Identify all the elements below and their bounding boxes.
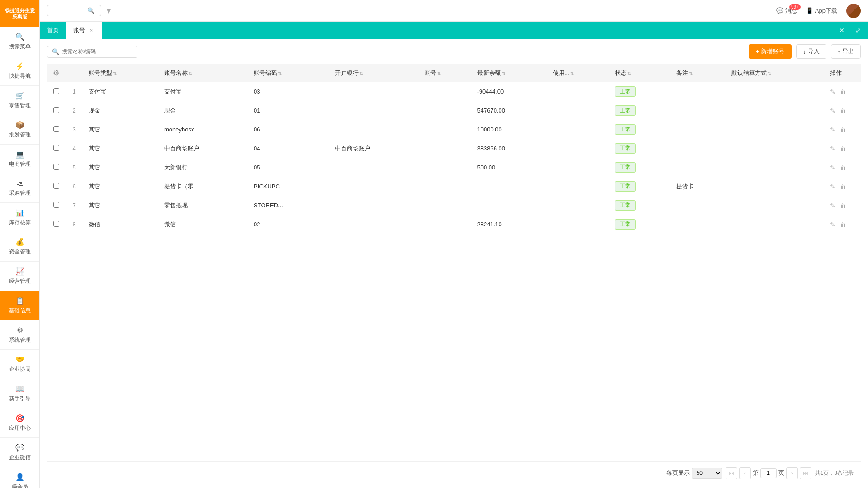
col-type[interactable]: 账号类型⇅ <box>83 64 159 82</box>
edit-button[interactable]: ✎ <box>830 107 835 114</box>
topbar-search-icon: 🔍 <box>87 7 94 14</box>
delete-button[interactable]: 🗑 <box>840 107 846 114</box>
delete-button[interactable]: 🗑 <box>840 126 846 133</box>
first-page-button[interactable]: ⏮ <box>726 467 737 479</box>
row-account <box>419 177 472 196</box>
row-checkbox[interactable] <box>47 215 65 234</box>
msg-button[interactable]: 💬 消息 99+ <box>776 7 797 15</box>
row-ops: ✎ 🗑 <box>825 215 861 234</box>
row-checkbox[interactable] <box>47 196 65 215</box>
edit-button[interactable]: ✎ <box>830 164 835 171</box>
page-number-input[interactable] <box>760 468 777 478</box>
topbar-search[interactable]: 🔍 <box>47 5 101 16</box>
sidebar-item-purchase[interactable]: 🛍采购管理 <box>0 174 39 203</box>
sidebar-item-inventory[interactable]: 📊库存核算 <box>0 203 39 232</box>
sidebar-item-operations[interactable]: 📈经营管理 <box>0 262 39 291</box>
delete-button[interactable]: 🗑 <box>840 88 846 95</box>
topbar-search-input[interactable] <box>51 8 87 14</box>
close-window-button[interactable]: ✕ <box>835 24 848 37</box>
row-checkbox[interactable] <box>47 120 65 139</box>
row-balance <box>472 177 547 196</box>
row-status: 正常 <box>609 101 671 120</box>
sidebar-label-newbie: 新手引导 <box>9 395 31 403</box>
row-checkbox[interactable] <box>47 101 65 120</box>
sidebar-item-app_center[interactable]: 🎯应用中心 <box>0 408 39 438</box>
account-table: ⚙ 账号类型⇅ 账号名称⇅ 账号编码⇅ 开户银行⇅ 账号⇅ 最新余额⇅ 使用..… <box>47 64 861 234</box>
sidebar-label-inventory: 库存核算 <box>9 219 31 226</box>
col-bank[interactable]: 开户银行⇅ <box>330 64 419 82</box>
sidebar-item-enterprise[interactable]: 🤝企业协同 <box>0 350 39 379</box>
edit-button[interactable]: ✎ <box>830 221 835 228</box>
edit-button[interactable]: ✎ <box>830 202 835 209</box>
expand-window-button[interactable]: ⤢ <box>852 24 864 37</box>
tab-account[interactable]: 账号× <box>66 22 102 39</box>
col-remark[interactable]: 备注⇅ <box>671 64 726 82</box>
sidebar-item-member[interactable]: 👤畅会员 <box>0 467 39 488</box>
row-checkbox[interactable] <box>47 139 65 158</box>
page-size-select[interactable]: 每页显示 50 100 200 <box>666 468 722 479</box>
col-name[interactable]: 账号名称⇅ <box>159 64 248 82</box>
sidebar-item-corp_wechat[interactable]: 💬企业微信 <box>0 438 39 467</box>
col-account[interactable]: 账号⇅ <box>419 64 472 82</box>
sidebar-item-basic[interactable]: 📋基础信息 <box>0 291 39 320</box>
row-status: 正常 <box>609 215 671 234</box>
prev-page-button[interactable]: ‹ <box>739 467 751 479</box>
col-gear[interactable]: ⚙ <box>47 64 65 82</box>
last-page-button[interactable]: ⏭ <box>800 467 811 479</box>
search-input[interactable] <box>62 48 130 55</box>
edit-button[interactable]: ✎ <box>830 88 835 95</box>
delete-button[interactable]: 🗑 <box>840 164 846 171</box>
sidebar-label-purchase: 采购管理 <box>9 189 31 197</box>
topbar-dropdown-icon[interactable]: ▾ <box>107 6 111 16</box>
edit-button[interactable]: ✎ <box>830 126 835 133</box>
row-usage <box>547 120 610 139</box>
sidebar-icon-enterprise: 🤝 <box>15 355 24 364</box>
row-bank <box>330 215 419 234</box>
sidebar-icon-ecommerce: 💻 <box>15 150 24 159</box>
delete-button[interactable]: 🗑 <box>840 221 846 228</box>
row-checkbox[interactable] <box>47 82 65 101</box>
sidebar-icon-inventory: 📊 <box>15 208 24 217</box>
col-status[interactable]: 状态⇅ <box>609 64 671 82</box>
sidebar-item-finance[interactable]: 💰资金管理 <box>0 232 39 262</box>
edit-button[interactable]: ✎ <box>830 183 835 190</box>
tabbar: 首页账号× ✕ ⤢ <box>40 22 868 39</box>
tab-home[interactable]: 首页 <box>40 22 66 39</box>
sidebar-item-wholesale[interactable]: 📦批发管理 <box>0 115 39 145</box>
col-default-settle[interactable]: 默认结算方式⇅ <box>726 64 825 82</box>
delete-button[interactable]: 🗑 <box>840 145 846 152</box>
sidebar-item-newbie[interactable]: 📖新手引导 <box>0 379 39 408</box>
row-balance <box>472 196 547 215</box>
export-button[interactable]: ↑ 导出 <box>831 44 861 59</box>
row-ops: ✎ 🗑 <box>825 82 861 101</box>
tab-close-account[interactable]: × <box>88 27 95 34</box>
row-checkbox[interactable] <box>47 158 65 177</box>
add-account-button[interactable]: + 新增账号 <box>749 44 792 59</box>
edit-button[interactable]: ✎ <box>830 145 835 152</box>
row-balance: 547670.00 <box>472 101 547 120</box>
search-box[interactable]: 🔍 <box>47 46 137 58</box>
row-usage <box>547 158 610 177</box>
gear-settings-icon[interactable]: ⚙ <box>53 69 59 77</box>
row-remark <box>671 120 726 139</box>
row-type: 微信 <box>83 215 159 234</box>
delete-button[interactable]: 🗑 <box>840 183 846 190</box>
col-code[interactable]: 账号编码⇅ <box>248 64 330 82</box>
sidebar-item-shortcut[interactable]: ⚡快捷导航 <box>0 56 39 86</box>
sidebar-item-system[interactable]: ⚙系统管理 <box>0 320 39 350</box>
import-button[interactable]: ↓ 导入 <box>796 44 826 59</box>
sidebar-item-ecommerce[interactable]: 💻电商管理 <box>0 145 39 174</box>
row-checkbox[interactable] <box>47 177 65 196</box>
sidebar-item-search[interactable]: 🔍搜索菜单 <box>0 27 39 56</box>
sidebar-item-retail[interactable]: 🛒零售管理 <box>0 86 39 115</box>
page-size-dropdown[interactable]: 50 100 200 <box>692 468 722 479</box>
row-ops: ✎ 🗑 <box>825 120 861 139</box>
delete-button[interactable]: 🗑 <box>840 202 846 209</box>
row-ops: ✎ 🗑 <box>825 177 861 196</box>
next-page-button[interactable]: › <box>786 467 798 479</box>
col-balance[interactable]: 最新余额⇅ <box>472 64 547 82</box>
row-account <box>419 82 472 101</box>
app-download-button[interactable]: 📱 App下载 <box>806 7 837 15</box>
col-usage[interactable]: 使用...⇅ <box>547 64 610 82</box>
user-avatar[interactable] <box>846 4 861 18</box>
